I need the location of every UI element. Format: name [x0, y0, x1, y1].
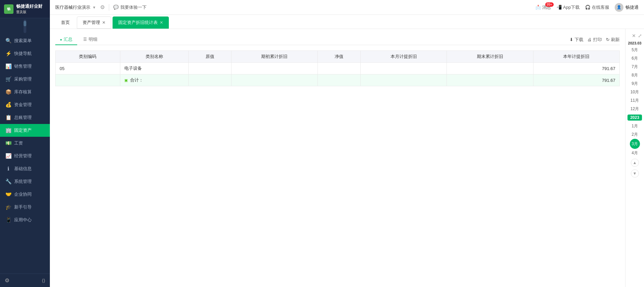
col-original: 原值	[188, 51, 231, 63]
sub-tab-summary-label: 汇总	[64, 36, 72, 42]
print-icon: 🖨	[587, 37, 592, 42]
sidebar-item-operations[interactable]: 📈 经营管理	[0, 150, 50, 162]
col-monthly-dep: 本月计提折旧	[360, 51, 447, 63]
sub-tabs-left: ● 汇总 ☰ 明细	[55, 34, 102, 45]
sidebar-item-ledger[interactable]: 📋 总账管理	[0, 111, 50, 124]
app-download-action[interactable]: 📲 App下载	[556, 4, 580, 10]
settings-icon[interactable]: ⚙	[5, 277, 9, 284]
sidebar-label-ledger: 总账管理	[14, 115, 32, 121]
month-10[interactable]: 10月	[627, 88, 642, 96]
topbar-right: 📩 消息 99+ 📲 App下载 🎧 在线客服 👤 畅捷通	[535, 3, 639, 12]
panel-up-button[interactable]: ▲	[631, 159, 639, 167]
depreciation-table: 类别编码 类别名称 原值 期初累计折旧 净值 本月计提折旧 期末累计折旧 本年计…	[55, 51, 620, 86]
info-icon: ℹ	[5, 166, 11, 172]
sidebar-label-enterprise: 企业协同	[14, 191, 32, 197]
user-profile[interactable]: 👤 畅捷通	[615, 3, 639, 12]
month-3-active[interactable]: 3月	[630, 139, 640, 149]
app-name: 畅捷通好业财	[16, 3, 42, 9]
box-icon: 📦	[5, 89, 11, 95]
system-icon: 🔧	[5, 179, 11, 185]
sub-tab-detail[interactable]: ☰ 明细	[79, 34, 102, 45]
tab-asset-mgmt[interactable]: 资产管理 ✕	[77, 17, 111, 29]
online-service-label: 在线客服	[592, 4, 609, 10]
month-9[interactable]: 9月	[627, 79, 642, 88]
main-content: ● 汇总 ☰ 明细 ⬇ 下载 🖨 打印	[50, 29, 625, 287]
online-service-action[interactable]: 🎧 在线客服	[585, 4, 609, 10]
user-name: 畅捷通	[625, 4, 639, 10]
month-4[interactable]: 4月	[627, 149, 642, 157]
month-8[interactable]: 8月	[627, 71, 642, 79]
close-fixed-assets-tab[interactable]: ✕	[160, 20, 163, 25]
sidebar-item-finance[interactable]: 💰 资金管理	[0, 98, 50, 111]
sidebar-item-app-center[interactable]: 📱 应用中心	[0, 214, 50, 226]
sidebar-item-basic-info[interactable]: ℹ 基础信息	[0, 162, 50, 175]
print-label: 打印	[593, 37, 602, 43]
settings-gear-icon[interactable]: ⚙	[100, 4, 105, 10]
company-selector[interactable]: 医疗器械行业演示 ▼	[55, 4, 96, 10]
month-6[interactable]: 6月	[627, 54, 642, 63]
summary-row: ▣ 合计： 791.67	[56, 74, 620, 86]
row-original	[188, 63, 231, 74]
current-period-label: 2023.03	[628, 41, 642, 45]
month-1[interactable]: 1月	[627, 122, 642, 130]
sidebar-label-finance: 资金管理	[14, 102, 32, 108]
topbar: 医疗器械行业演示 ▼ ⚙ 💬 我要体验一下 📩 消息 99+ 📲 App下载 🎧…	[50, 0, 644, 15]
tabs-bar: 首页 资产管理 ✕ 固定资产折旧统计表 ✕	[50, 15, 644, 29]
sidebar-label-purchase: 采购管理	[14, 76, 32, 82]
search-icon: 🔍	[5, 38, 11, 44]
col-code: 类别编码	[56, 51, 120, 63]
sidebar-collapse-icon[interactable]: ⟨⟩	[42, 278, 45, 283]
panel-down-button[interactable]: ▼	[631, 169, 639, 178]
app-logo: 畅 畅捷通好业财 普及版	[0, 0, 50, 18]
expand-panel-icon[interactable]: ⤢	[638, 33, 642, 38]
sidebar-item-quick-nav[interactable]: ⚡ 快捷导航	[0, 47, 50, 60]
close-asset-mgmt-tab[interactable]: ✕	[102, 20, 105, 25]
flash-icon: ⚡	[5, 51, 11, 57]
sidebar-item-inventory[interactable]: 📦 库存核算	[0, 86, 50, 98]
summary-annual-dep: 791.67	[533, 74, 619, 86]
app-edition: 普及版	[16, 10, 42, 14]
tab-home[interactable]: 首页	[55, 17, 75, 29]
tab-fixed-assets-depreciation[interactable]: 固定资产折旧统计表 ✕	[113, 17, 169, 29]
month-11[interactable]: 11月	[627, 96, 642, 105]
sub-tabs: ● 汇总 ☰ 明细 ⬇ 下载 🖨 打印	[55, 34, 620, 45]
sidebar-item-guide[interactable]: 🎓 新手引导	[0, 201, 50, 214]
year-2023-label[interactable]: 2023	[627, 115, 642, 121]
experience-button[interactable]: 💬 我要体验一下	[113, 4, 147, 10]
guide-icon: 🎓	[5, 204, 11, 210]
download-label: 下载	[575, 37, 583, 43]
sidebar-item-purchase[interactable]: 🛒 采购管理	[0, 73, 50, 86]
close-panel-icon[interactable]: ✕	[632, 33, 636, 38]
sidebar-item-payroll[interactable]: 💵 工资	[0, 137, 50, 150]
month-12[interactable]: 12月	[627, 105, 642, 113]
sidebar-item-enterprise[interactable]: 🤝 企业协同	[0, 188, 50, 201]
download-button[interactable]: ⬇ 下载	[570, 37, 583, 43]
sidebar-item-system[interactable]: 🔧 系统管理	[0, 175, 50, 188]
download-icon: 📲	[556, 5, 562, 10]
dropdown-icon: ▼	[92, 5, 96, 9]
company-name: 医疗器械行业演示	[55, 4, 90, 10]
sidebar-item-sales[interactable]: 📊 销售管理	[0, 60, 50, 73]
print-button[interactable]: 🖨 打印	[587, 37, 602, 43]
panel-header: ✕ ⤢	[625, 32, 644, 40]
sidebar-item-search[interactable]: 🔍 搜索菜单	[0, 34, 50, 47]
month-5[interactable]: 5月	[627, 46, 642, 54]
apps-icon: 📱	[5, 217, 11, 223]
refresh-button[interactable]: ↻ 刷新	[606, 37, 620, 43]
month-2[interactable]: 2月	[627, 130, 642, 139]
salary-icon: 💵	[5, 140, 11, 146]
date-panel: ✕ ⤢ 2023.03 5月 6月 7月 8月 9月 10月 11月 12月 2…	[625, 29, 644, 287]
summary-monthly-dep	[360, 74, 447, 86]
avatar: 👤	[615, 3, 623, 12]
sidebar-item-fixed-assets[interactable]: 🏢 固定资产	[0, 124, 50, 137]
sidebar-label-system: 系统管理	[14, 179, 32, 185]
sidebar-label-operations: 经营管理	[14, 153, 32, 159]
messages-action[interactable]: 📩 消息 99+	[535, 4, 551, 10]
col-name: 类别名称	[120, 51, 188, 63]
month-7[interactable]: 7月	[627, 63, 642, 71]
row-monthly-dep	[360, 63, 447, 74]
chart-icon: 📊	[5, 63, 11, 69]
download-arrow-icon: ⬇	[570, 37, 573, 42]
sub-tab-summary[interactable]: ● 汇总	[55, 34, 77, 45]
summary-original	[188, 74, 231, 86]
